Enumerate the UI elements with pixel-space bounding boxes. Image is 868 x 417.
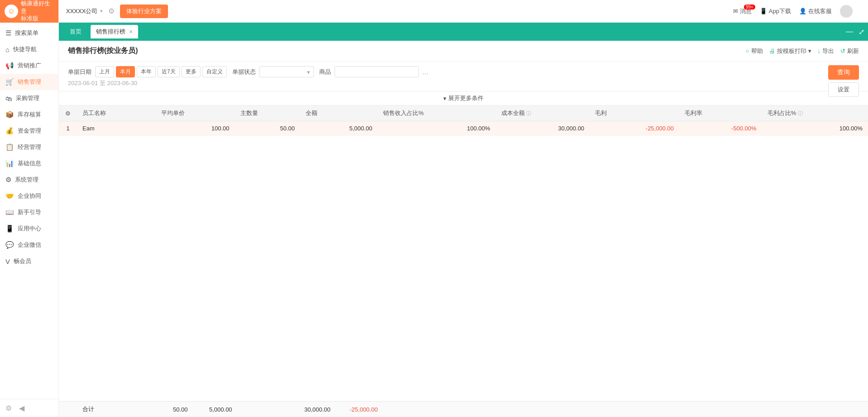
logo-text: 畅康通好生意 标准版	[21, 0, 54, 23]
sidebar-item-guide[interactable]: 📖新手引导	[0, 204, 58, 220]
refresh-icon: ↺	[840, 48, 845, 54]
collab-menu-icon: 🤝	[5, 192, 14, 200]
apps-menu-icon: 📱	[5, 225, 14, 233]
app-icon: 📱	[760, 8, 767, 14]
date-btn-custom[interactable]: 自定义	[202, 66, 227, 77]
date-btn-current-month[interactable]: 本月	[116, 66, 135, 77]
sidebar-item-operations[interactable]: 📋经营管理	[0, 139, 58, 155]
sidebar-item-sales[interactable]: 🛒销售管理	[0, 74, 58, 90]
expand-row: ▾ 展开更多条件	[59, 91, 868, 105]
cell-gross: -25,000.00	[590, 121, 679, 136]
sidebar-item-purchase[interactable]: 🛍采购管理	[0, 90, 58, 106]
date-buttons: 上月 本月 本年 近7天 更多 自定义	[95, 66, 227, 77]
date-filter-group: 单据日期 上月 本月 本年 近7天 更多 自定义	[68, 66, 227, 77]
date-btn-prev-month[interactable]: 上月	[95, 66, 114, 77]
date-label: 单据日期	[68, 68, 91, 76]
cell-gross-pct: 100.00%	[762, 121, 868, 136]
col-cost: 成本全额 ⓘ	[496, 105, 590, 121]
sidebar-item-basic[interactable]: 📊基础信息	[0, 155, 58, 172]
col-settings[interactable]: ⚙	[59, 105, 77, 121]
trial-button[interactable]: 体验行业方案	[120, 5, 168, 18]
guide-menu-icon: 📖	[5, 208, 14, 216]
date-btn-7days[interactable]: 近7天	[158, 66, 180, 77]
status-select-wrapper	[259, 66, 314, 77]
finance-menu-icon: 💰	[5, 127, 14, 135]
company-select[interactable]: XXXXX公司 ▾	[66, 7, 103, 15]
logo-icon: ☺	[5, 5, 18, 18]
sidebar-item-wechat[interactable]: 💬企业微信	[0, 237, 58, 253]
status-select[interactable]	[259, 66, 314, 77]
cell-rank: 1	[59, 121, 77, 136]
filter-dots[interactable]: ...	[422, 68, 428, 76]
date-btn-current-year[interactable]: 本年	[137, 66, 156, 77]
sidebar-item-marketing[interactable]: 📢营销推广	[0, 58, 58, 74]
topbar-gear-icon[interactable]: ⚙	[108, 7, 115, 15]
tab-sales-ranking[interactable]: 销售排行榜 ×	[91, 25, 138, 38]
company-chevron-icon: ▾	[100, 8, 103, 14]
expand-label: 展开更多条件	[448, 94, 484, 102]
service-icon: 👤	[799, 8, 806, 14]
collapse-icon[interactable]: ◀	[19, 404, 24, 412]
system-menu-icon: ⚙	[5, 176, 11, 184]
date-btn-more[interactable]: 更多	[182, 66, 201, 77]
help-button[interactable]: ○ 帮助	[746, 47, 763, 55]
col-sales-pct: 销售收入占比%	[378, 105, 495, 121]
query-button[interactable]: 查询	[828, 65, 859, 80]
refresh-button[interactable]: ↺ 刷新	[840, 47, 859, 55]
main-area: XXXXX公司 ▾ ⚙ 体验行业方案 ✉ 消息 99+ 📱 App下载 👤 在线…	[59, 0, 868, 417]
sidebar-item-search[interactable]: ☰搜索菜单	[0, 25, 58, 41]
export-button[interactable]: ↓ 导出	[818, 47, 834, 55]
footer-cost: 30,000.00	[299, 406, 344, 413]
expand-icon: ▾	[443, 95, 446, 102]
table-area: ⚙ 员工名称 平均单价 主数量 全额 销售收入占比% 成本全额 ⓘ 毛利 毛利率…	[59, 105, 868, 401]
search-menu-icon: ☰	[5, 29, 11, 37]
print-label: 按模板打印	[777, 47, 806, 55]
company-name: XXXXX公司	[66, 7, 97, 15]
inventory-menu-icon: 📦	[5, 110, 14, 119]
sales-menu-icon: 🛒	[5, 78, 14, 86]
col-gross: 毛利	[590, 105, 679, 121]
wechat-menu-icon: 💬	[5, 241, 14, 249]
message-action[interactable]: ✉ 消息 99+	[733, 7, 752, 15]
topbar-right: ✉ 消息 99+ 📱 App下载 👤 在线客服	[733, 5, 861, 18]
marketing-menu-icon: 📢	[5, 62, 14, 70]
col-gross-pct: 毛利占比% ⓘ	[762, 105, 868, 121]
tab-maximize-icon[interactable]: ⤢	[858, 28, 864, 36]
sidebar-item-inventory[interactable]: 📦库存核算	[0, 106, 58, 123]
avatar[interactable]	[840, 5, 853, 18]
goods-label: 商品	[319, 68, 331, 76]
goods-input[interactable]	[335, 66, 419, 77]
sidebar-item-quick-nav[interactable]: ⌂快捷导航	[0, 41, 58, 58]
sidebar-item-apps[interactable]: 📱应用中心	[0, 220, 58, 237]
col-name: 员工名称	[77, 105, 156, 121]
tabbar-right: — ⤢	[846, 28, 864, 36]
page-actions: ○ 帮助 🖨 按模板打印 ▾ ↓ 导出 ↺ 刷新	[746, 47, 859, 61]
tab-close-icon[interactable]: ×	[129, 28, 133, 35]
page-header: 销售排行榜(按业务员) ○ 帮助 🖨 按模板打印 ▾ ↓ 导出 ↺ 刷新	[59, 41, 868, 62]
tab-minimize-icon[interactable]: —	[846, 28, 853, 36]
message-badge: 99+	[744, 5, 755, 10]
table-row[interactable]: 1 Eam 100.00 50.00 5,000.00 100.00% 30,0…	[59, 121, 868, 136]
expand-conditions-btn[interactable]: ▾ 展开更多条件	[443, 94, 484, 102]
service-label: 在线客服	[808, 7, 832, 15]
print-button[interactable]: 🖨 按模板打印 ▾	[769, 47, 811, 55]
tab-home[interactable]: 首页	[62, 23, 89, 41]
cell-sales-pct: 100.00%	[378, 121, 495, 136]
sidebar-item-member[interactable]: V畅会员	[0, 253, 58, 269]
topbar: XXXXX公司 ▾ ⚙ 体验行业方案 ✉ 消息 99+ 📱 App下载 👤 在线…	[59, 0, 868, 23]
sidebar-item-collab[interactable]: 🤝企业协同	[0, 188, 58, 204]
settings-button[interactable]: 设置	[828, 82, 859, 97]
help-icon: ○	[746, 48, 749, 54]
cell-cost: 30,000.00	[496, 121, 590, 136]
quick-nav-menu-icon: ⌂	[5, 46, 10, 53]
online-service-action[interactable]: 👤 在线客服	[799, 7, 832, 15]
footer-amount: 5,000.00	[204, 406, 245, 413]
print-chevron-icon: ▾	[808, 48, 811, 54]
sidebar-item-system[interactable]: ⚙系统管理	[0, 172, 58, 188]
cell-amount: 5,000.00	[300, 121, 378, 136]
sidebar-menu: ☰搜索菜单⌂快捷导航📢营销推广🛒销售管理🛍采购管理📦库存核算💰资金管理📋经营管理…	[0, 23, 58, 399]
sidebar-item-finance[interactable]: 💰资金管理	[0, 123, 58, 139]
settings-icon[interactable]: ⚙	[5, 404, 12, 412]
content-area: 销售排行榜(按业务员) ○ 帮助 🖨 按模板打印 ▾ ↓ 导出 ↺ 刷新	[59, 41, 868, 417]
app-download-action[interactable]: 📱 App下载	[760, 7, 791, 15]
